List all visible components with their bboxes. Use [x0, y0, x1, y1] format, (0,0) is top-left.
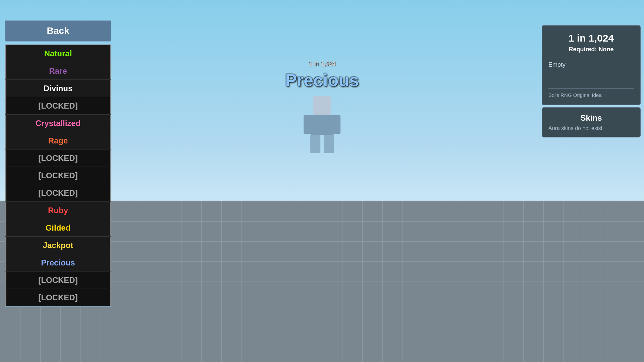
aura-name-display: Precious [285, 70, 359, 90]
list-item-gilded[interactable]: Gilded [5, 219, 111, 237]
character-area: 1 in 1,024 Precious [285, 60, 359, 153]
aura-list: NaturalRareDivinus[LOCKED]CrystallizedRa… [5, 44, 111, 307]
panel-skins: Skins Aura skins do not exist [542, 107, 641, 137]
back-button[interactable]: Back [5, 20, 111, 42]
sidebar-left: Back NaturalRareDivinus[LOCKED]Crystalli… [5, 20, 111, 307]
panel-info: 1 in 1,024 Required: None Empty Sol's RN… [542, 25, 641, 105]
list-item-rage[interactable]: Rage [5, 132, 111, 149]
list-item-rare[interactable]: Rare [5, 62, 111, 80]
list-item-locked1[interactable]: [LOCKED] [5, 97, 111, 115]
panel-skins-title: Skins [548, 113, 634, 123]
list-item-locked6[interactable]: [LOCKED] [5, 289, 111, 306]
character-torso [310, 115, 334, 135]
list-item-locked3[interactable]: [LOCKED] [5, 167, 111, 184]
list-item-natural[interactable]: Natural [5, 45, 111, 62]
panel-divider-2 [548, 88, 634, 89]
list-item-precious[interactable]: Precious [5, 254, 111, 272]
character-model [302, 96, 342, 153]
panel-skins-text: Aura skins do not exist [548, 125, 634, 131]
panel-empty: Empty [548, 61, 634, 68]
list-item-divinus[interactable]: Divinus [5, 80, 111, 97]
list-item-jackpot[interactable]: Jackpot [5, 237, 111, 254]
panel-required: Required: None [548, 46, 634, 53]
list-item-locked4[interactable]: [LOCKED] [5, 184, 111, 202]
panel-right: 1 in 1,024 Required: None Empty Sol's RN… [542, 25, 641, 137]
list-item-locked2[interactable]: [LOCKED] [5, 149, 111, 167]
panel-divider [548, 58, 634, 58]
character-left-leg [310, 135, 320, 153]
list-item-crystallized[interactable]: Crystallized [5, 115, 111, 132]
character-left-arm [304, 115, 312, 134]
character-right-leg [324, 135, 334, 153]
list-item-locked5[interactable]: [LOCKED] [5, 272, 111, 289]
list-item-ruby[interactable]: Ruby [5, 202, 111, 219]
character-right-arm [332, 115, 340, 134]
panel-credit: Sol's RNG Original Idea [548, 92, 634, 98]
panel-odds: 1 in 1,024 [548, 33, 634, 44]
character-head [313, 96, 331, 115]
aura-odds-display: 1 in 1,024 [308, 60, 335, 67]
